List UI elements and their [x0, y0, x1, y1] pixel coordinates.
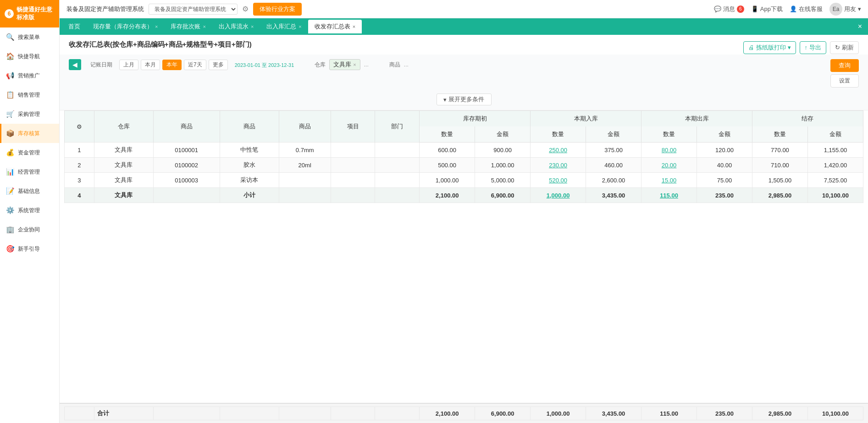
row-in-qty[interactable]: 250.00	[531, 143, 586, 158]
tab-inout-flow[interactable]: 出入库流水 ×	[212, 20, 260, 33]
warehouse-tag-close[interactable]: ×	[353, 62, 356, 67]
sidebar-item-label: 基础信息	[18, 187, 40, 195]
row-dept	[375, 143, 420, 158]
printer-icon: 🖨	[748, 44, 754, 51]
system-title: 装备及固定资产辅助管理系统	[66, 5, 144, 13]
settings-column-header[interactable]: ⚙	[65, 111, 94, 143]
message-button[interactable]: 💬 消息 6	[714, 5, 744, 13]
row-bal-amt: 1,155.00	[807, 143, 863, 158]
sales-icon: 📋	[6, 91, 14, 99]
close-all-tabs-button[interactable]: ×	[854, 22, 866, 31]
tab-close-icon[interactable]: ×	[251, 24, 254, 29]
row-out-amt: 75.00	[697, 173, 752, 188]
row-dept	[375, 173, 420, 188]
product-more[interactable]: ...	[404, 61, 409, 68]
home-icon: 🏠	[6, 52, 14, 60]
date-btn-more[interactable]: 更多	[209, 60, 228, 70]
experience-button[interactable]: 体验行业方案	[253, 3, 302, 16]
tab-inventory-dist[interactable]: 现存量（库存分布表） ×	[87, 20, 164, 33]
table-row: 4 文具库 小计 2,100.00 6,900.00 1,000.00 3,43…	[65, 188, 863, 203]
footer-empty6	[375, 407, 420, 420]
tab-bar: 首页 现存量（库存分布表） × 库存批次账 × 出入库流水 × 出入库汇总 × …	[60, 18, 868, 35]
date-btn-this-month[interactable]: 本月	[141, 60, 160, 70]
footer-bal-qty: 2,985.00	[752, 407, 807, 420]
sidebar-item-label: 资金管理	[18, 149, 40, 157]
row-open-amt: 5,000.00	[475, 173, 531, 188]
system-select[interactable]: 装备及固定资产辅助管理系统	[149, 4, 238, 15]
sidebar-item-finance[interactable]: 💰 资金管理	[0, 143, 59, 162]
data-table-container: ⚙ 仓库 商品 商品 商品 项目 部门 库存期初 本期入库 本期出库 结存	[60, 110, 868, 403]
tab-close-icon[interactable]: ×	[155, 24, 158, 29]
print-button[interactable]: 🖨 拣纸版打印 ▾	[743, 41, 796, 54]
sidebar-item-sales[interactable]: 📋 销售管理	[0, 85, 59, 104]
sidebar-item-label: 搜索菜单	[18, 33, 40, 41]
spec-column-header: 商品	[279, 111, 331, 143]
footer-table: 合计 2,100.00 6,900.00 1,000.00 3,435.00 1…	[64, 407, 863, 420]
row-out-qty[interactable]: 115.00	[641, 188, 697, 203]
row-no: 2	[65, 158, 94, 173]
date-btn-this-year[interactable]: 本年	[162, 60, 182, 70]
outbound-group-header: 本期出库	[641, 111, 752, 127]
chevron-down-icon: ▾	[788, 44, 791, 51]
app-download-label: App下载	[760, 5, 783, 13]
footer-empty4	[279, 407, 331, 420]
tab-batch-ledger[interactable]: 库存批次账 ×	[164, 20, 212, 33]
row-in-qty[interactable]: 1,000.00	[531, 188, 586, 203]
tab-label: 出入库汇总	[266, 22, 296, 31]
sidebar-item-purchase[interactable]: 🛒 采购管理	[0, 104, 59, 124]
footer-bal-amt: 10,100.00	[807, 407, 863, 420]
sidebar-item-corp[interactable]: 🏢 企业协同	[0, 220, 59, 239]
sidebar-item-marketing[interactable]: 📢 营销推广	[0, 66, 59, 85]
row-in-qty[interactable]: 520.00	[531, 173, 586, 188]
row-spec: 20ml	[279, 158, 331, 173]
tab-home[interactable]: 首页	[62, 20, 87, 33]
settings-button[interactable]: 设置	[830, 74, 859, 88]
footer-open-amt: 6,900.00	[475, 407, 531, 420]
row-open-qty: 600.00	[420, 143, 475, 158]
purchase-icon: 🛒	[6, 110, 14, 118]
data-table: ⚙ 仓库 商品 商品 商品 项目 部门 库存期初 本期入库 本期出库 结存	[64, 110, 863, 203]
sidebar-item-label: 新手引导	[18, 245, 40, 253]
sidebar-item-system[interactable]: ⚙️ 系统管理	[0, 201, 59, 220]
column-settings-icon[interactable]: ⚙	[77, 123, 82, 130]
tab-label: 收发存汇总表	[315, 22, 350, 31]
export-label: 导出	[809, 44, 821, 52]
service-icon: 👤	[790, 5, 797, 12]
tab-inout-summary[interactable]: 出入库汇总 ×	[260, 20, 308, 33]
sidebar-item-operation[interactable]: 📊 经营管理	[0, 162, 59, 181]
tab-close-icon[interactable]: ×	[353, 24, 355, 29]
user-menu[interactable]: Ea 用友 ▾	[829, 3, 861, 16]
warehouse-tag: 文具库 ×	[329, 59, 360, 70]
row-out-qty[interactable]: 15.00	[641, 173, 697, 188]
filter-collapse-button[interactable]: ◀	[69, 59, 81, 70]
row-bal-qty: 2,985.00	[752, 188, 807, 203]
sidebar-item-guide[interactable]: 🎯 新手引导	[0, 239, 59, 258]
sidebar-item-quick-nav[interactable]: 🏠 快捷导航	[0, 47, 59, 66]
tab-close-icon[interactable]: ×	[299, 24, 301, 29]
marketing-icon: 📢	[6, 71, 14, 80]
row-project	[331, 143, 375, 158]
date-btn-prev-month[interactable]: 上月	[119, 60, 138, 70]
query-button[interactable]: 查询	[830, 59, 859, 72]
gear-icon[interactable]: ⚙	[242, 5, 249, 13]
guide-icon: 🎯	[6, 245, 14, 253]
refresh-button[interactable]: ↻ 刷新	[830, 41, 859, 54]
sidebar-item-inventory[interactable]: 📦 库存核算	[0, 124, 59, 143]
sidebar-item-label: 采购管理	[18, 110, 40, 118]
date-btn-7-days[interactable]: 近7天	[184, 60, 206, 70]
sidebar-item-basic[interactable]: 📝 基础信息	[0, 181, 59, 201]
row-out-qty[interactable]: 80.00	[641, 143, 697, 158]
row-out-qty[interactable]: 20.00	[641, 158, 697, 173]
app-download-button[interactable]: 📱 App下载	[751, 5, 783, 13]
row-no: 4	[65, 188, 94, 203]
warehouse-more[interactable]: ...	[364, 61, 369, 68]
expand-filter-button[interactable]: ▾ 展开更多条件	[437, 93, 492, 105]
row-in-qty[interactable]: 230.00	[531, 158, 586, 173]
sidebar-item-search[interactable]: 🔍 搜索菜单	[0, 27, 59, 47]
system-icon: ⚙️	[6, 206, 14, 214]
topbar: 装备及固定资产辅助管理系统 装备及固定资产辅助管理系统 ⚙ 体验行业方案 💬 消…	[60, 0, 868, 18]
export-button[interactable]: ↑ 导出	[800, 41, 827, 54]
online-service-button[interactable]: 👤 在线客服	[790, 5, 823, 13]
tab-recv-send-summary[interactable]: 收发存汇总表 ×	[308, 20, 362, 33]
tab-close-icon[interactable]: ×	[203, 24, 205, 29]
